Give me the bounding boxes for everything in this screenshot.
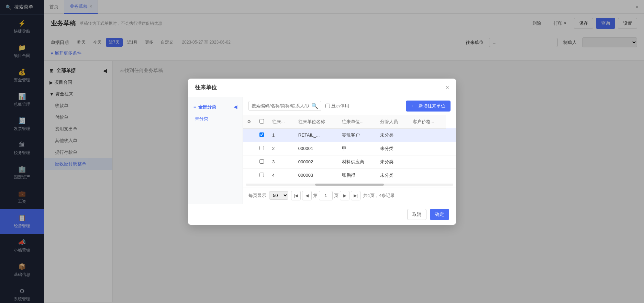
current-page-input[interactable] — [319, 191, 333, 200]
row-manager-2 — [409, 155, 446, 168]
row-num-3: 4 — [268, 168, 294, 182]
page-suffix: 页 — [334, 193, 338, 199]
per-page-label: 每页显示 — [248, 193, 266, 199]
dialog-title: 往来单位 — [195, 84, 217, 91]
plus-icon: + — [411, 103, 414, 108]
dialog-categories-panel: ≡ 全部分类 ◀ 未分类 — [188, 97, 243, 204]
row-manager-1 — [409, 142, 446, 155]
row-checkbox-2[interactable] — [259, 159, 264, 164]
show-disabled-check[interactable] — [325, 104, 330, 108]
row-price-2 — [446, 155, 456, 168]
table-scrollbar-thumb[interactable] — [315, 184, 384, 186]
row-settings-3 — [243, 168, 255, 182]
confirm-button[interactable]: 确定 — [430, 209, 449, 220]
row-settings-1 — [243, 142, 255, 155]
row-category-2: 未分类 — [376, 155, 409, 168]
row-num-1: 2 — [268, 142, 294, 155]
row-settings-2 — [243, 155, 255, 168]
row-code-0: RETAIL_... — [294, 128, 338, 142]
dialog-header: 往来单位 × — [188, 79, 456, 97]
table-header-row: ⚙ 往来... 往来单位名称 往来单位... 分管人员 客户价格... — [243, 115, 456, 129]
dialog-pagination: 每页显示 50 20 100 |◀ ◀ 第 页 ▶ ▶| — [243, 187, 456, 204]
next-page-button[interactable]: ▶ — [340, 191, 349, 200]
add-partner-button[interactable]: + + 新增往来单位 — [406, 101, 451, 112]
table-row[interactable]: 1 RETAIL_... 零散客户 未分类 — [243, 128, 456, 142]
row-price-0 — [446, 128, 456, 142]
row-check-2[interactable] — [255, 155, 268, 168]
dialog-close-button[interactable]: × — [445, 84, 449, 91]
dialog-footer: 取消 确定 — [188, 204, 456, 225]
row-manager-0 — [409, 128, 446, 142]
row-price-3 — [446, 168, 456, 182]
table-row[interactable]: 3 000002 材料供应商 未分类 — [243, 155, 456, 168]
cancel-button[interactable]: 取消 — [407, 209, 426, 220]
total-label: 共1页，4条记录 — [363, 193, 395, 199]
th-check[interactable] — [255, 115, 268, 129]
row-price-1 — [446, 142, 456, 155]
row-num-2: 3 — [268, 155, 294, 168]
row-category-3: 未分类 — [376, 168, 409, 182]
page-navigation: |◀ ◀ 第 页 ▶ ▶| — [291, 191, 360, 200]
row-name-1: 甲 — [338, 142, 376, 155]
table-scrollbar-track[interactable] — [246, 184, 453, 186]
row-name-0: 零散客户 — [338, 128, 376, 142]
row-check-3[interactable] — [255, 168, 268, 182]
th-manager[interactable]: 分管人员 — [376, 115, 409, 129]
row-code-3: 000003 — [294, 168, 338, 182]
partner-search-input[interactable] — [252, 103, 309, 108]
partner-dialog: 往来单位 × ≡ 全部分类 ◀ 未分类 🔍 — [188, 79, 456, 225]
row-num-0: 1 — [268, 128, 294, 142]
row-check-1[interactable] — [255, 142, 268, 155]
row-check-0[interactable] — [255, 128, 268, 142]
row-code-1: 000001 — [294, 142, 338, 155]
table-row[interactable]: 4 000003 张鹏得 未分类 — [243, 168, 456, 182]
dialog-body: ≡ 全部分类 ◀ 未分类 🔍 显示停用 — [188, 97, 456, 204]
grid-icon-dialog: ≡ — [193, 104, 196, 109]
search-icon-dialog: 🔍 — [311, 103, 318, 109]
settings-icon-th: ⚙ — [247, 119, 251, 124]
first-page-button[interactable]: |◀ — [291, 191, 301, 200]
partner-search-box[interactable]: 🔍 — [248, 101, 321, 111]
row-category-0: 未分类 — [376, 128, 409, 142]
partner-table: ⚙ 往来... 往来单位名称 往来单位... 分管人员 客户价格... — [243, 115, 456, 182]
row-checkbox-1[interactable] — [259, 146, 264, 150]
row-name-2: 材料供应商 — [338, 155, 376, 168]
dialog-table-area: 🔍 显示停用 + + 新增往来单位 — [243, 97, 456, 204]
row-checkbox-0[interactable] — [259, 132, 264, 137]
row-name-3: 张鹏得 — [338, 168, 376, 182]
row-code-2: 000002 — [294, 155, 338, 168]
select-all-checkbox[interactable] — [259, 119, 264, 124]
row-checkbox-3[interactable] — [259, 173, 264, 177]
dialog-toolbar: 🔍 显示停用 + + 新增往来单位 — [243, 97, 456, 115]
page-label: 第 — [313, 193, 318, 199]
dialog-collapse-icon[interactable]: ◀ — [234, 104, 237, 109]
th-name[interactable]: 往来单位名称 — [294, 115, 338, 129]
modal-overlay[interactable]: 往来单位 × ≡ 全部分类 ◀ 未分类 🔍 — [0, 0, 644, 303]
row-category-1: 未分类 — [376, 142, 409, 155]
prev-page-button[interactable]: ◀ — [302, 191, 312, 200]
th-code[interactable]: 往来... — [268, 115, 294, 129]
all-categories-header[interactable]: ≡ 全部分类 ◀ — [188, 101, 243, 113]
row-settings-0 — [243, 128, 255, 142]
th-settings[interactable]: ⚙ — [243, 115, 255, 129]
table-row[interactable]: 2 000001 甲 未分类 — [243, 142, 456, 155]
per-page-select[interactable]: 50 20 100 — [269, 191, 288, 200]
show-disabled-checkbox[interactable]: 显示停用 — [325, 103, 349, 109]
row-manager-3 — [409, 168, 446, 182]
th-category[interactable]: 往来单位... — [338, 115, 376, 129]
cat-item-uncategorized[interactable]: 未分类 — [188, 113, 243, 125]
last-page-button[interactable]: ▶| — [351, 191, 360, 200]
th-price[interactable]: 客户价格... — [409, 115, 446, 129]
